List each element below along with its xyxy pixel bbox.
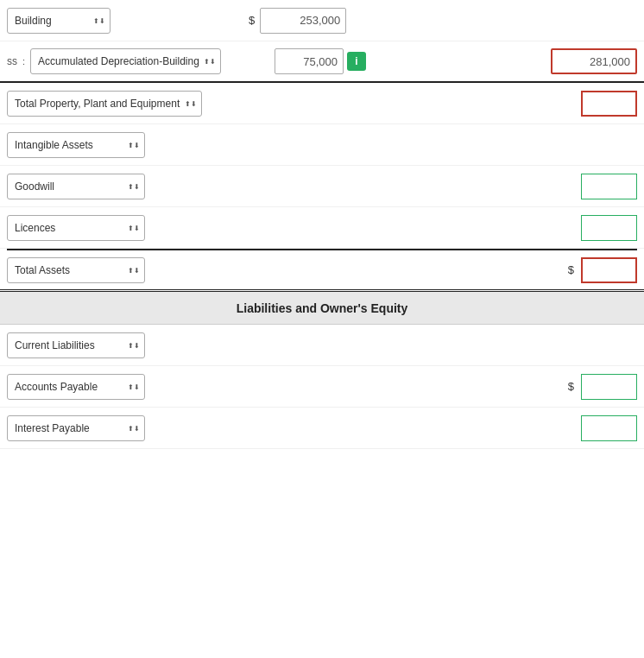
row-acc-dep-middle: i: [275, 48, 413, 74]
goodwill-dropdown-wrapper[interactable]: Goodwill: [7, 174, 145, 199]
intangible-assets-dropdown-wrapper[interactable]: Intangible Assets: [7, 132, 145, 158]
total-assets-dropdown-wrapper[interactable]: Total Assets: [7, 257, 145, 283]
row-total-ppe: Total Property, Plant and Equipment: [0, 83, 644, 124]
total-ppe-dropdown-wrapper[interactable]: Total Property, Plant and Equipment: [7, 91, 202, 117]
prefix-ss: ss: [7, 55, 17, 67]
row-acc-dep-left: ss : Accumulated Depreciation-Building: [7, 48, 275, 74]
row-acc-dep-right: [413, 48, 637, 74]
row-interest-payable-left: Interest Payable: [7, 415, 249, 441]
row-total-assets: Total Assets $: [0, 250, 644, 292]
row-goodwill-right: [421, 174, 637, 199]
row-licences: Licences: [0, 207, 644, 249]
row-licences-right: [421, 215, 637, 241]
row-building-left: Building: [7, 8, 249, 34]
row-current-liabilities-left: Current Liabilities: [7, 332, 249, 358]
row-accounts-payable: Accounts Payable $: [0, 366, 644, 408]
total-assets-dropdown[interactable]: Total Assets: [7, 257, 145, 283]
building-dropdown[interactable]: Building: [7, 8, 110, 34]
licences-right-box: [581, 215, 637, 241]
interest-payable-dropdown-wrapper[interactable]: Interest Payable: [7, 415, 145, 441]
accounts-payable-dollar: $: [568, 380, 574, 393]
liabilities-section-title: Liabilities and Owner's Equity: [237, 301, 408, 315]
row-licences-left: Licences: [7, 215, 249, 241]
row-acc-dep-building: ss : Accumulated Depreciation-Building i: [0, 41, 644, 83]
goodwill-right-box: [581, 174, 637, 199]
row-intangible-left: Intangible Assets: [7, 132, 249, 158]
row-interest-payable-right: [421, 415, 637, 441]
current-liabilities-dropdown[interactable]: Current Liabilities: [7, 332, 145, 358]
total-assets-dollar: $: [568, 263, 574, 276]
acc-dep-dropdown-wrapper[interactable]: Accumulated Depreciation-Building: [30, 48, 221, 74]
row-building-middle: $: [249, 8, 421, 34]
row-goodwill: Goodwill: [0, 166, 644, 207]
row-intangible-assets: Intangible Assets: [0, 124, 644, 166]
licences-dropdown-wrapper[interactable]: Licences: [7, 215, 145, 241]
total-ppe-right-box: [581, 91, 637, 117]
prefix-colon: :: [22, 56, 25, 66]
goodwill-dropdown[interactable]: Goodwill: [7, 174, 145, 199]
acc-dep-dropdown[interactable]: Accumulated Depreciation-Building: [30, 48, 221, 74]
info-button[interactable]: i: [347, 52, 366, 71]
building-dollar-sign: $: [249, 14, 255, 27]
accounts-payable-dropdown-wrapper[interactable]: Accounts Payable: [7, 374, 145, 400]
interest-payable-right-box: [581, 415, 637, 441]
row-building: Building $: [0, 0, 644, 41]
acc-dep-amount-input[interactable]: [275, 48, 344, 74]
row-total-ppe-right: [447, 91, 637, 117]
row-current-liabilities: Current Liabilities: [0, 325, 644, 366]
interest-payable-dropdown[interactable]: Interest Payable: [7, 415, 145, 441]
total-assets-right-box: [581, 257, 637, 283]
licences-dropdown[interactable]: Licences: [7, 215, 145, 241]
row-accounts-payable-right: $: [421, 374, 637, 400]
accounts-payable-right-box: [581, 374, 637, 400]
accounts-payable-dropdown[interactable]: Accounts Payable: [7, 374, 145, 400]
building-dropdown-wrapper[interactable]: Building: [7, 8, 110, 34]
row-goodwill-left: Goodwill: [7, 174, 249, 199]
total-ppe-dropdown[interactable]: Total Property, Plant and Equipment: [7, 91, 202, 117]
intangible-assets-dropdown[interactable]: Intangible Assets: [7, 132, 145, 158]
row-total-assets-left: Total Assets: [7, 257, 249, 283]
current-liabilities-dropdown-wrapper[interactable]: Current Liabilities: [7, 332, 145, 358]
row-accounts-payable-left: Accounts Payable: [7, 374, 249, 400]
row-total-ppe-left: Total Property, Plant and Equipment: [7, 91, 275, 117]
building-amount-input[interactable]: [260, 8, 346, 34]
row-interest-payable: Interest Payable: [0, 408, 644, 449]
balance-sheet-container: Building $ ss : Accumulated Depreciation…: [0, 0, 644, 449]
section-header-liabilities: Liabilities and Owner's Equity: [0, 292, 644, 325]
acc-dep-right-input[interactable]: [551, 48, 637, 74]
row-total-assets-right: $: [421, 257, 637, 283]
